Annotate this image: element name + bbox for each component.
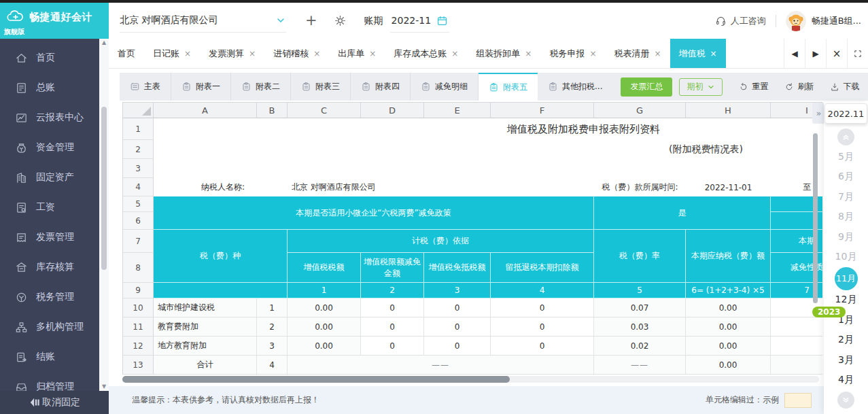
horizontal-scrollbar-thumb[interactable]: [122, 376, 510, 383]
row-header[interactable]: 8: [123, 253, 154, 283]
scroll-months-down-icon[interactable]: [837, 392, 854, 409]
period-selector[interactable]: 2022-11: [390, 9, 450, 33]
month-item-apr[interactable]: 4月: [824, 370, 868, 390]
sidebar-item-multi-org[interactable]: 多机构管理: [0, 312, 99, 342]
subtab-schedule-3[interactable]: 附表三: [291, 73, 351, 101]
sidebar-item-cloud-reports[interactable]: 云报表中心: [0, 103, 99, 133]
col-header-c[interactable]: C: [288, 103, 361, 118]
col-header-a[interactable]: A: [154, 103, 257, 118]
tab-invoice-calc[interactable]: 发票测算×: [200, 39, 264, 68]
col-header-g[interactable]: G: [594, 103, 686, 118]
fullscreen-icon[interactable]: [847, 39, 868, 68]
tab-tax-register[interactable]: 税表清册×: [605, 39, 670, 68]
editable-cell[interactable]: [771, 337, 822, 356]
close-icon[interactable]: ×: [369, 49, 376, 58]
scroll-months-up-icon[interactable]: [837, 128, 854, 145]
sheet-corner-select-all[interactable]: [123, 103, 154, 118]
editable-cell[interactable]: 0: [361, 317, 424, 337]
tab-outbound-order[interactable]: 出库单×: [329, 39, 385, 68]
subtab-main-sheet[interactable]: 主表: [120, 73, 171, 101]
sheet-horizontal-scrollbar[interactable]: [122, 376, 819, 383]
close-icon[interactable]: ×: [249, 49, 256, 58]
row-header[interactable]: 4: [123, 178, 154, 196]
month-item-sep[interactable]: 9月: [824, 227, 868, 247]
download-button[interactable]: 下载: [830, 81, 859, 92]
tab-assembly-order[interactable]: 组装拆卸单×: [467, 39, 540, 68]
row-header[interactable]: 5: [123, 196, 154, 212]
month-item-mar[interactable]: 3月: [824, 350, 868, 370]
sidebar-item-closing[interactable]: 结账: [0, 342, 99, 372]
row-header[interactable]: 7: [123, 230, 154, 253]
editable-cell[interactable]: 0: [491, 317, 594, 337]
month-item-aug[interactable]: 8月: [824, 207, 868, 226]
policy-answer-cell[interactable]: 是: [594, 196, 771, 230]
row-header[interactable]: 9: [123, 283, 154, 298]
row-header[interactable]: 12: [123, 337, 154, 356]
col-header-b[interactable]: B: [257, 103, 288, 118]
tabs-prev-button[interactable]: ◀: [784, 39, 805, 68]
month-item-feb[interactable]: 2月: [824, 330, 868, 350]
editable-cell[interactable]: 0: [361, 298, 424, 317]
row-header[interactable]: 11: [123, 317, 154, 337]
close-icon[interactable]: ×: [184, 49, 191, 58]
editable-cell[interactable]: 0: [424, 298, 491, 317]
sidebar-item-home[interactable]: 首页: [0, 43, 99, 73]
month-item-jul[interactable]: 7月: [824, 187, 868, 207]
row-header[interactable]: 2: [123, 140, 154, 159]
invoice-summary-button[interactable]: 发票汇总: [621, 77, 672, 97]
subtab-schedule-2[interactable]: 附表二: [231, 73, 291, 101]
sidebar-item-general-ledger[interactable]: 总账: [0, 73, 99, 103]
row-header[interactable]: 10: [123, 298, 154, 317]
tab-inventory-cost-ledger[interactable]: 库存成本总账×: [385, 39, 467, 68]
tabs-close-button[interactable]: ×: [826, 39, 847, 68]
sidebar-scrollbar-thumb[interactable]: [101, 107, 107, 270]
col-header-h[interactable]: H: [686, 103, 771, 118]
sidebar-item-tax[interactable]: 税务管理: [0, 282, 99, 312]
editable-cell[interactable]: 0: [361, 337, 424, 356]
user-avatar[interactable]: [786, 11, 806, 31]
tab-journal[interactable]: 日记账×: [144, 39, 200, 68]
subtab-other-deduction[interactable]: 其他扣税...: [538, 73, 612, 101]
tabs-next-button[interactable]: ▶: [805, 39, 826, 68]
scroll-up-arrow[interactable]: ▲: [99, 39, 109, 47]
sidebar-scrollbar[interactable]: ▲ ▼: [99, 39, 109, 391]
company-selector[interactable]: 北京 对啊酒店有限公司: [120, 9, 286, 33]
current-period-box[interactable]: 2022.11: [824, 103, 867, 124]
sidebar-item-funds[interactable]: 资金管理: [0, 133, 99, 162]
row-header[interactable]: 13: [123, 356, 154, 375]
sidebar-item-fixed-assets[interactable]: 固定资产: [0, 162, 99, 192]
subtab-exemption-detail[interactable]: 减免明细: [411, 73, 479, 101]
add-company-button[interactable]: +: [305, 14, 317, 28]
sidebar-item-archive[interactable]: 归档管理: [0, 372, 99, 391]
close-icon[interactable]: ×: [654, 49, 661, 58]
close-icon[interactable]: ×: [313, 49, 320, 58]
scroll-down-arrow[interactable]: ▼: [99, 383, 109, 391]
tab-tax-filing[interactable]: 税务申报×: [540, 39, 605, 68]
editable-cell[interactable]: 0: [424, 337, 491, 356]
sheet-vertical-scrollbar[interactable]: [813, 133, 818, 303]
subtab-schedule-1[interactable]: 附表一: [171, 73, 231, 101]
refresh-button[interactable]: 刷新: [784, 81, 814, 92]
settings-gear-icon[interactable]: [334, 14, 347, 27]
unpin-sidebar-button[interactable]: 取消固定: [0, 391, 109, 414]
sidebar-item-inventory[interactable]: 库存核算: [0, 252, 99, 282]
editable-cell[interactable]: [771, 317, 822, 337]
subtab-schedule-5-active[interactable]: 附表五: [479, 73, 538, 101]
close-icon[interactable]: ×: [589, 49, 596, 58]
row-header[interactable]: 3: [123, 159, 154, 178]
month-item-nov-active[interactable]: 11月: [824, 267, 868, 290]
editable-cell[interactable]: 0: [491, 337, 594, 356]
col-header-d[interactable]: D: [361, 103, 424, 118]
month-item-jun[interactable]: 6月: [824, 167, 868, 186]
month-item-may[interactable]: 5月: [824, 147, 868, 167]
editable-cell[interactable]: 0: [491, 298, 594, 317]
reset-button[interactable]: 重置: [739, 81, 768, 92]
tab-vat-active[interactable]: 增值税×: [670, 39, 726, 68]
editable-cell[interactable]: 0: [424, 317, 491, 337]
col-header-e[interactable]: E: [424, 103, 491, 118]
close-icon[interactable]: ×: [710, 49, 717, 58]
support-link[interactable]: 人工咨询: [715, 15, 766, 27]
subtab-schedule-4[interactable]: 附表四: [351, 73, 411, 101]
col-header-f[interactable]: F: [491, 103, 594, 118]
opening-balance-button[interactable]: 期初: [679, 78, 723, 96]
